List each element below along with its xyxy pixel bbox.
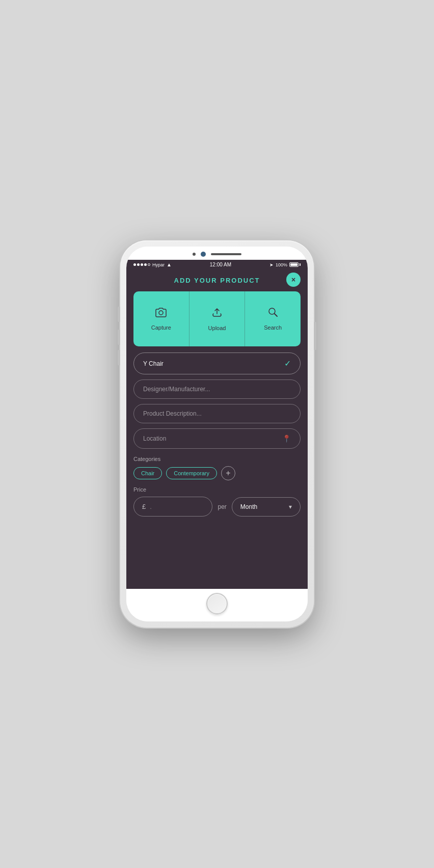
description-input[interactable]	[143, 410, 291, 417]
price-label: Price	[133, 486, 301, 493]
svg-point-1	[269, 308, 275, 314]
search-label: Search	[264, 324, 282, 331]
signal-dot-4	[144, 263, 147, 266]
phone-inner: Hypar ▲ 12:00 AM ➤ 100% ADD YOUR PRODUCT	[126, 247, 308, 621]
signal-dot-2	[137, 263, 140, 266]
price-dot: .	[150, 503, 152, 510]
search-option[interactable]: Search	[245, 291, 301, 346]
battery-percent: 100%	[276, 262, 287, 267]
wifi-icon: ▲	[167, 262, 172, 267]
upload-icon	[211, 307, 223, 321]
form-section: ✓ 📍	[126, 352, 308, 456]
carrier-name: Hypar	[152, 262, 165, 267]
currency-symbol: £	[142, 503, 146, 510]
page-title: ADD YOUR PRODUCT	[174, 277, 260, 284]
price-row: £ . per Month ▾	[133, 497, 301, 517]
app-header: ADD YOUR PRODUCT ×	[126, 269, 308, 289]
capture-label: Capture	[151, 324, 171, 331]
battery-fill	[290, 263, 297, 266]
tags-row: Chair Contemporary +	[133, 466, 301, 480]
tag-contemporary[interactable]: Contemporary	[166, 467, 217, 479]
location-input[interactable]	[143, 435, 282, 442]
capture-option[interactable]: Capture	[133, 291, 189, 346]
signal-dot-5	[148, 263, 150, 266]
add-category-button[interactable]: +	[221, 466, 235, 480]
speaker-dot	[193, 253, 196, 256]
chevron-down-icon: ▾	[289, 503, 292, 510]
location-pin-icon: 📍	[282, 435, 291, 443]
status-left: Hypar ▲	[133, 262, 172, 267]
price-section: Price £ . per Month ▾	[126, 480, 308, 526]
status-bar: Hypar ▲ 12:00 AM ➤ 100%	[126, 260, 308, 269]
camera-dot	[201, 252, 206, 257]
upload-label: Upload	[208, 325, 226, 331]
status-right: ➤ 100%	[269, 262, 301, 267]
designer-field[interactable]	[133, 379, 301, 399]
battery-icon	[289, 262, 301, 267]
upload-option[interactable]: Upload	[189, 291, 246, 346]
categories-section: Categories Chair Contemporary +	[126, 456, 308, 480]
period-value: Month	[240, 503, 257, 510]
tag-chair[interactable]: Chair	[133, 467, 162, 479]
close-button[interactable]: ×	[286, 273, 301, 287]
battery-tip	[300, 263, 301, 266]
price-input-box[interactable]: £ .	[133, 497, 212, 517]
per-label: per	[218, 503, 226, 510]
signal-dots	[133, 263, 150, 266]
svg-point-0	[159, 311, 163, 315]
search-icon	[268, 307, 278, 320]
product-name-field[interactable]: ✓	[133, 352, 301, 374]
phone-bottom	[126, 589, 308, 621]
battery-body	[289, 262, 299, 267]
phone-frame: Hypar ▲ 12:00 AM ➤ 100% ADD YOUR PRODUCT	[120, 240, 314, 628]
signal-dot-3	[141, 263, 143, 266]
app-content: ADD YOUR PRODUCT × Capture	[126, 269, 308, 589]
camera-icon	[155, 307, 167, 320]
speaker-grill	[211, 253, 241, 255]
image-options-grid: Capture Upload	[133, 291, 301, 346]
signal-dot-1	[133, 263, 136, 266]
designer-input[interactable]	[143, 386, 291, 393]
categories-label: Categories	[133, 456, 301, 462]
description-field[interactable]	[133, 404, 301, 423]
location-field[interactable]: 📍	[133, 428, 301, 449]
home-button[interactable]	[206, 593, 228, 614]
product-name-input[interactable]	[143, 360, 284, 367]
period-select[interactable]: Month ▾	[232, 497, 301, 517]
status-time: 12:00 AM	[210, 262, 231, 267]
location-arrow-icon: ➤	[269, 262, 274, 267]
check-icon: ✓	[284, 359, 291, 368]
phone-top-bar	[126, 247, 308, 260]
